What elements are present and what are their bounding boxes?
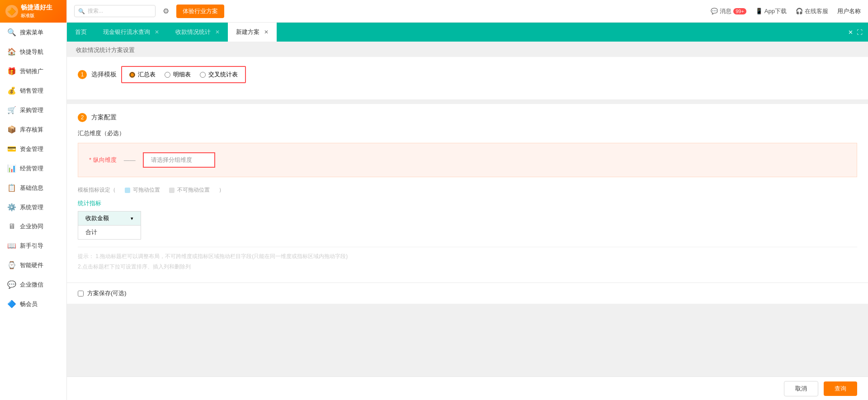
section1-card: 1 选择模板 汇总表 明细表 交叉统计表	[67, 57, 868, 99]
sidebar-item-finance[interactable]: 💳 资金管理	[0, 139, 66, 159]
subsection-dim-title: 汇总维度（必选）	[78, 129, 857, 137]
legend-draggable: 可拖动位置	[125, 186, 160, 194]
dim-select-box[interactable]: 请选择分组维度	[143, 152, 215, 168]
section2-num: 2	[78, 113, 87, 122]
tab-receipt[interactable]: 收款情况统计 ✕	[167, 23, 228, 42]
sidebar-label-inventory: 库存核算	[20, 126, 43, 134]
sidebar-item-search[interactable]: 🔍 搜索菜单	[0, 23, 66, 42]
sidebar-label-search: 搜索菜单	[20, 28, 43, 37]
topbar-right: 💬 消息 99+ 📱 App下载 🎧 在线客服 用户名称	[711, 7, 861, 15]
sales-icon: 💰	[7, 86, 16, 95]
sidebar-label-system: 系统管理	[20, 203, 43, 212]
dimension-row: * 纵向维度 —— 请选择分组维度	[89, 152, 846, 168]
username-text: 用户名称	[837, 7, 861, 15]
tab-receipt-close[interactable]: ✕	[215, 29, 220, 35]
page-title: 收款情况统计方案设置	[76, 47, 135, 53]
sidebar-label-nav: 快捷导航	[20, 48, 43, 56]
stat-table-header[interactable]: 收款金额 ▾	[78, 212, 141, 226]
gear-icon: ⚙️	[7, 203, 16, 212]
sidebar: 🔶 畅捷通好生 标准版 🔍 搜索菜单 🏠 快捷导航 🎁 营销推广 💰 销售管理 …	[0, 0, 67, 400]
tab-new-plan-close[interactable]: ✕	[264, 29, 269, 35]
gift-icon: 🎁	[7, 67, 16, 75]
cancel-button[interactable]: 取消	[784, 381, 818, 396]
indicators-title-text: 模板指标设定（	[78, 186, 116, 194]
section2-header: 2 方案配置	[78, 113, 857, 122]
topbar: 🔍 搜索... ⚙ 体验行业方案 💬 消息 99+ 📱 App下载 🎧 在线客服…	[67, 0, 868, 23]
logo-text: 畅捷通好生	[21, 4, 52, 12]
radio-detail-label: 明细表	[173, 71, 191, 79]
content-area: 收款情况统计方案设置 1 选择模板 汇总表 明细表	[67, 42, 868, 400]
download-icon: 📱	[755, 8, 763, 14]
stat-row-label: 合计	[85, 229, 97, 235]
inventory-icon: 📦	[7, 125, 16, 134]
message-icon: 💬	[711, 8, 718, 14]
message-button[interactable]: 💬 消息 99+	[711, 7, 746, 15]
hardware-icon: ⌚	[7, 261, 16, 269]
page-title-bar: 收款情况统计方案设置	[67, 42, 868, 57]
radio-detail-input[interactable]	[165, 72, 170, 78]
tabbar: 首页 现金银行流水查询 ✕ 收款情况统计 ✕ 新建方案 ✕ ✕ ⛶	[67, 23, 868, 42]
sidebar-item-wechat[interactable]: 💬 企业微信	[0, 275, 66, 294]
radio-detail[interactable]: 明细表	[165, 71, 191, 79]
tab-cashflow-close[interactable]: ✕	[155, 29, 159, 35]
sidebar-item-member[interactable]: 🔷 畅会员	[0, 294, 66, 314]
tab-home[interactable]: 首页	[67, 23, 95, 42]
radio-cross-label: 交叉统计表	[208, 71, 238, 79]
sidebar-label-purchase: 采购管理	[20, 106, 43, 114]
stat-header-label: 收款金额	[85, 214, 109, 222]
tab-new-plan-label: 新建方案	[236, 28, 259, 36]
service-label: 在线客服	[805, 7, 828, 15]
radio-summary-input[interactable]	[129, 72, 135, 78]
service-button[interactable]: 🎧 在线客服	[796, 7, 828, 15]
tab-new-plan[interactable]: 新建方案 ✕	[228, 23, 277, 42]
tip-item-1: 提示： 1.拖动标题栏可以调整布局，不可跨维度或指标区域拖动栏目字段(只能在同一…	[78, 253, 857, 260]
stat-section-label: 统计指标	[78, 199, 857, 207]
chart-icon: 📊	[7, 164, 16, 173]
sidebar-item-purchase[interactable]: 🛒 采购管理	[0, 100, 66, 120]
sidebar-item-system[interactable]: ⚙️ 系统管理	[0, 198, 66, 217]
legend-draggable-label: 可拖动位置	[133, 186, 160, 194]
sidebar-label-member: 畅会员	[20, 300, 38, 308]
radio-cross-input[interactable]	[200, 72, 206, 78]
sidebar-item-inventory[interactable]: 📦 库存核算	[0, 120, 66, 139]
close-window-icon[interactable]: ✕	[848, 29, 853, 36]
sidebar-item-basic[interactable]: 📋 基础信息	[0, 178, 66, 198]
vertical-dim-label: * 纵向维度	[89, 156, 117, 164]
dimension-area: * 纵向维度 —— 请选择分组维度	[78, 143, 857, 177]
download-label: App下载	[764, 7, 787, 15]
trial-button[interactable]: 体验行业方案	[176, 5, 224, 18]
purchase-icon: 🛒	[7, 106, 16, 114]
dim-arrow: ——	[124, 157, 136, 164]
member-icon: 🔷	[7, 300, 16, 308]
legend-fixed-label: 不可拖动位置	[177, 186, 210, 194]
radio-summary-label: 汇总表	[138, 71, 156, 79]
indicators-legend: 模板指标设定（ 可拖动位置 不可拖动位置 ）	[78, 186, 857, 194]
section1-num: 1	[78, 70, 87, 79]
query-button[interactable]: 查询	[824, 381, 857, 396]
radio-summary[interactable]: 汇总表	[129, 71, 156, 79]
save-checkbox[interactable]	[78, 291, 84, 296]
tab-cashflow[interactable]: 现金银行流水查询 ✕	[95, 23, 167, 42]
collab-icon: 🖥	[7, 222, 16, 231]
sidebar-item-nav[interactable]: 🏠 快捷导航	[0, 42, 66, 61]
topbar-search[interactable]: 🔍 搜索...	[74, 5, 156, 17]
sidebar-item-hardware[interactable]: ⌚ 智能硬件	[0, 255, 66, 275]
info-icon: 📋	[7, 184, 16, 192]
footer-bar: 取消 查询	[67, 376, 868, 400]
search-icon: 🔍	[78, 8, 85, 14]
tip-item-2: 2.点击标题栏下拉可设置排序、插入列和删除列	[78, 263, 857, 271]
radio-cross[interactable]: 交叉统计表	[200, 71, 238, 79]
sidebar-item-guide[interactable]: 📖 新手引导	[0, 236, 66, 255]
edition-label: 标准版	[21, 13, 52, 19]
fixed-dot	[169, 188, 175, 193]
settings-icon[interactable]: ⚙	[163, 7, 169, 15]
sidebar-label-management: 经营管理	[20, 165, 43, 173]
download-button[interactable]: 📱 App下载	[755, 7, 787, 15]
sidebar-item-sales[interactable]: 💰 销售管理	[0, 81, 66, 100]
sidebar-item-management[interactable]: 📊 经营管理	[0, 159, 66, 178]
expand-icon[interactable]: ⛶	[857, 29, 863, 36]
sidebar-item-collab[interactable]: 🖥 企业协同	[0, 217, 66, 236]
sidebar-item-marketing[interactable]: 🎁 营销推广	[0, 61, 66, 81]
section1-header: 1 选择模板 汇总表 明细表 交叉统计表	[78, 66, 857, 83]
sidebar-label-basic: 基础信息	[20, 184, 43, 192]
